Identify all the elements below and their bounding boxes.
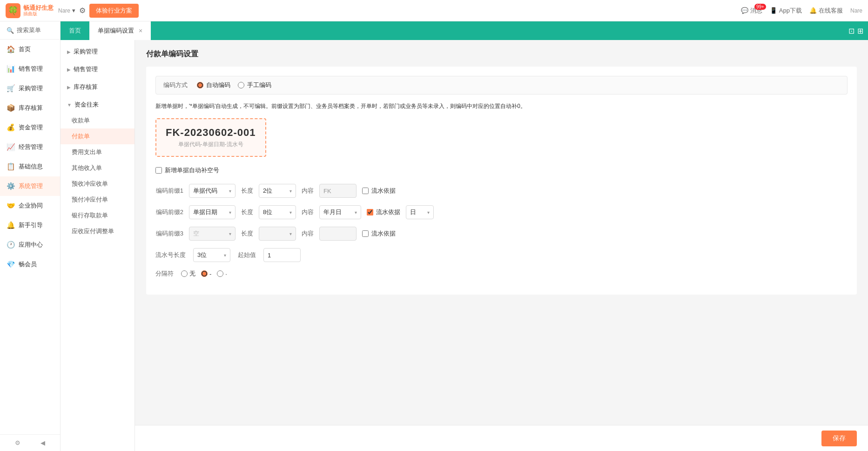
info-text-content: 新增单据时，'*单据编码'自动生成，不可编辑。前缀设置为部门、业务员等档案类，开… <box>155 103 526 109</box>
sidebar-bottom: ⚙ ◀ <box>0 434 60 451</box>
group-purchase-title[interactable]: ▶ 采购管理 <box>61 44 135 60</box>
group-inventory-title[interactable]: ▶ 库存核算 <box>61 79 135 95</box>
sidebar-collapse-icon[interactable]: ◀ <box>40 439 45 446</box>
prefix-row-2: 编码前缀2 单据日期 ▾ 长度 8位 ▾ 内容 <box>155 205 848 219</box>
serial-length-value: 3位 <box>197 251 207 259</box>
length2-value: 8位 <box>263 208 272 216</box>
stream3-label: 流水依据 <box>371 229 396 238</box>
sidebar-item-purchase[interactable]: 🛒 采购管理 <box>0 79 60 98</box>
tab-close-icon[interactable]: × <box>139 27 142 34</box>
tab-encoding-settings[interactable]: 单据编码设置 × <box>89 21 151 40</box>
sidebar-item-enterprise[interactable]: 🤝 企业协同 <box>0 196 60 215</box>
sidebar-item-label: 经营管理 <box>19 143 43 151</box>
tab-fullscreen-icon[interactable]: ⊞ <box>857 27 863 35</box>
cycle-select[interactable]: 日 ▾ <box>406 205 434 219</box>
group-capital-title[interactable]: ▼ 资金往来 <box>61 97 135 113</box>
auto-code-radio[interactable] <box>197 82 203 88</box>
sidebar-item-expense[interactable]: 费用支出单 <box>61 144 135 160</box>
arrow-icon: ▶ <box>67 49 71 54</box>
prefix1-select[interactable]: 单据代码 ▾ <box>189 184 236 198</box>
sidebar-item-operations[interactable]: 📈 经营管理 <box>0 137 60 157</box>
group-sales: ▶ 销售管理 <box>61 61 135 77</box>
manual-code-radio[interactable] <box>238 82 244 88</box>
sidebar-item-adjust[interactable]: 应收应付调整单 <box>61 223 135 239</box>
experience-button[interactable]: 体验行业方案 <box>89 4 139 18</box>
separator-dot-symbol: - <box>209 270 211 277</box>
serial-length-select[interactable]: 3位 ▾ <box>193 248 230 262</box>
separator-dash-radio[interactable] <box>217 270 223 277</box>
chevron-down-icon: ▾ <box>355 210 357 215</box>
separator-dot-radio[interactable] <box>201 270 208 277</box>
separator-none-radio[interactable] <box>181 270 188 277</box>
sidebar-item-guide[interactable]: 🔔 新手引导 <box>0 215 60 235</box>
message-badge: 99+ <box>754 4 766 10</box>
search-menu[interactable]: 🔍 搜索菜单 <box>0 21 60 40</box>
separator-none-option[interactable]: 无 <box>181 269 195 278</box>
chevron-down-icon: ▾ <box>224 253 226 258</box>
start-value-input[interactable] <box>263 248 301 262</box>
sidebar-item-payment[interactable]: 付款单 <box>61 128 135 144</box>
content2-select[interactable]: 年月日 ▾ <box>319 205 361 219</box>
sidebar-item-basic-info[interactable]: 📋 基础信息 <box>0 157 60 176</box>
sidebar-item-finance[interactable]: 💰 资金管理 <box>0 118 60 137</box>
manual-code-option[interactable]: 手工编码 <box>238 81 271 89</box>
sidebar-item-prepay-payable[interactable]: 预付冲应付单 <box>61 192 135 208</box>
company-dropdown[interactable]: Nare ▾ <box>58 7 75 14</box>
app-download-button[interactable]: 📱 App下载 <box>770 7 802 15</box>
sidebar-settings-icon[interactable]: ⚙ <box>15 439 20 446</box>
message-icon: 💬 <box>741 7 748 14</box>
stream1-check[interactable] <box>362 188 369 194</box>
length3-label: 长度 <box>241 229 253 238</box>
sidebar-item-other-income[interactable]: 其他收入单 <box>61 160 135 176</box>
message-button[interactable]: 💬 消息 99+ <box>741 7 762 15</box>
sidebar-item-membership[interactable]: 💎 畅会员 <box>0 255 60 274</box>
sidebar-item-prepay-receivable[interactable]: 预收冲应收单 <box>61 176 135 192</box>
sidebar-item-app-center[interactable]: 🕐 应用中心 <box>0 235 60 255</box>
length1-select[interactable]: 2位 ▾ <box>259 184 296 198</box>
separator-dot-option[interactable]: - <box>201 270 211 277</box>
separator-dash-option[interactable]: · <box>217 270 227 277</box>
cycle-value: 日 <box>410 208 416 216</box>
sidebar-item-bank[interactable]: 银行存取款单 <box>61 208 135 223</box>
stream3-check[interactable] <box>362 230 369 237</box>
online-service-button[interactable]: 🔔 在线客服 <box>809 7 843 15</box>
length2-select[interactable]: 8位 ▾ <box>259 205 296 219</box>
length1-label: 长度 <box>241 187 253 195</box>
sidebar-item-home[interactable]: 🏠 首页 <box>0 40 60 59</box>
tab-home[interactable]: 首页 <box>61 21 89 40</box>
settings-icon[interactable]: ⚙ <box>79 6 86 15</box>
group-sales-title[interactable]: ▶ 销售管理 <box>61 61 135 77</box>
chevron-down-icon: ▾ <box>229 231 231 236</box>
prefix2-select[interactable]: 单据日期 ▾ <box>189 205 236 219</box>
content2-value: 年月日 <box>323 208 342 216</box>
arrow-icon: ▶ <box>67 67 71 72</box>
separator-row: 分隔符 无 - <box>155 269 848 278</box>
prefix3-select[interactable]: 空 ▾ <box>189 227 236 241</box>
group-purchase: ▶ 采购管理 <box>61 44 135 60</box>
company-name: Nare <box>58 7 70 14</box>
purchase-icon: 🛒 <box>7 84 15 93</box>
separator-label: 分隔符 <box>155 269 174 278</box>
content3-label: 内容 <box>302 229 314 238</box>
auto-fill-checkbox[interactable] <box>155 167 162 174</box>
stream1-checkbox[interactable]: 流水依据 <box>362 187 396 195</box>
save-button[interactable]: 保存 <box>821 431 857 446</box>
stream2-check[interactable] <box>367 209 373 215</box>
stream2-checkbox[interactable]: 流水依据 <box>367 208 400 216</box>
sidebar-item-sales[interactable]: 📊 销售管理 <box>0 59 60 79</box>
top-bar-controls: Nare ▾ ⚙ 体验行业方案 <box>58 4 139 18</box>
logo-main: 畅通好生意 <box>23 4 54 12</box>
auto-code-option[interactable]: 自动编码 <box>197 81 230 89</box>
manual-code-label: 手工编码 <box>247 81 271 89</box>
sidebar-item-receipt[interactable]: 收款单 <box>61 113 135 128</box>
username: Nare <box>850 7 862 14</box>
content1-input <box>319 184 357 198</box>
auto-code-label: 自动编码 <box>206 81 230 89</box>
tab-expand-icon[interactable]: ⊡ <box>848 27 855 35</box>
logo-area: 🍀 畅通好生意 插曲版 <box>6 3 54 18</box>
group-sales-label: 销售管理 <box>74 65 98 74</box>
sidebar-item-inventory[interactable]: 📦 库存核算 <box>0 98 60 118</box>
finance-icon: 💰 <box>7 123 15 132</box>
tab-bar-actions: ⊡ ⊞ <box>848 27 868 35</box>
sidebar-item-system[interactable]: ⚙️ 系统管理 <box>0 176 60 196</box>
